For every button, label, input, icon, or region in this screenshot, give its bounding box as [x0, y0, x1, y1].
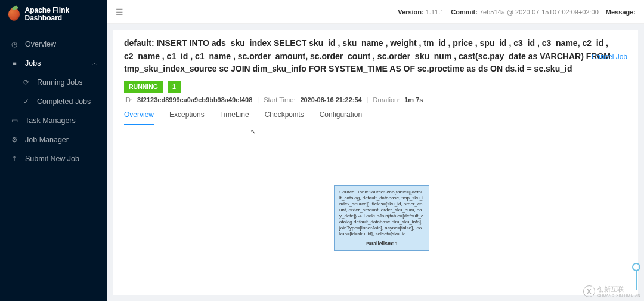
build-icon: ⚙ — [10, 136, 19, 144]
sidebar-item-job-manager[interactable]: ⚙ Job Manager — [0, 130, 107, 149]
topbar-info: Version: 1.11.1 Commit: 7eb514a @ 2020-0… — [398, 8, 636, 16]
operator-parallelism: Parallelism: 1 — [339, 241, 424, 247]
commit-label: Commit: — [451, 8, 478, 16]
message-label: Message: — [606, 8, 636, 16]
sidebar: Apache Flink Dashboard ◷ Overview ≡ Jobs… — [0, 0, 107, 301]
brand-title: Apache Flink Dashboard — [24, 7, 99, 22]
main: ☰ Version: 1.11.1 Commit: 7eb514a @ 2020… — [107, 0, 644, 301]
dashboard-icon: ◷ — [10, 40, 19, 48]
sidebar-item-label: Jobs — [25, 59, 92, 67]
commit-value: 7eb514a @ 2020-07-15T07:02:09+02:00 — [479, 8, 599, 16]
upload-icon: ⤒ — [10, 155, 19, 163]
sidebar-item-completed-jobs[interactable]: ✓ Completed Jobs — [0, 92, 107, 111]
job-meta: ID: 3f2123ed8999ca0a9eb9bb98a49cf408 | S… — [113, 95, 638, 107]
schedule-icon: ▭ — [10, 116, 19, 125]
duration-value: 1m 7s — [404, 96, 423, 103]
cancel-job-link[interactable]: Cancel Job — [592, 53, 627, 61]
sidebar-item-label: Submit New Job — [25, 155, 98, 163]
version-label: Version: — [398, 8, 423, 16]
sidebar-item-overview[interactable]: ◷ Overview — [0, 35, 107, 54]
check-circle-icon: ✓ — [21, 97, 31, 106]
tab-overview[interactable]: Overview — [124, 110, 154, 125]
watermark-sub: CHUANG XIN HU LIAN — [597, 294, 640, 297]
job-graph-canvas[interactable]: Source: TableSourceScan(table=[[default_… — [113, 125, 638, 295]
sidebar-menu: ◷ Overview ≡ Jobs ︿ ⟳ Running Jobs ✓ Com… — [0, 29, 107, 168]
sidebar-item-task-managers[interactable]: ▭ Task Managers — [0, 111, 107, 130]
job-card: default: INSERT INTO ads_sku_index SELEC… — [113, 30, 638, 295]
sidebar-item-jobs[interactable]: ≡ Jobs ︿ — [0, 54, 107, 73]
id-label: ID: — [124, 96, 132, 103]
sidebar-item-submit-job[interactable]: ⤒ Submit New Job — [0, 149, 107, 168]
job-title: default: INSERT INTO ads_sku_index SELEC… — [113, 30, 638, 81]
bars-icon: ≡ — [10, 59, 19, 67]
duration-label: Duration: — [373, 96, 400, 103]
sidebar-item-label: Running Jobs — [37, 78, 98, 87]
job-tabs: Overview Exceptions TimeLine Checkpoints… — [113, 107, 638, 125]
tab-checkpoints[interactable]: Checkpoints — [265, 110, 304, 125]
status-badge: RUNNING — [124, 81, 163, 93]
sidebar-item-label: Completed Jobs — [37, 97, 98, 106]
operator-node[interactable]: Source: TableSourceScan(table=[[default_… — [334, 185, 429, 251]
running-count-badge: 1 — [168, 81, 181, 93]
menu-fold-icon[interactable]: ☰ — [116, 7, 123, 17]
start-label: Start Time: — [264, 96, 295, 103]
sidebar-item-running-jobs[interactable]: ⟳ Running Jobs — [0, 73, 107, 92]
play-circle-icon: ⟳ — [21, 78, 31, 87]
watermark-text: 创新互联 — [597, 285, 640, 294]
flink-logo-icon — [8, 8, 20, 21]
tab-exceptions[interactable]: Exceptions — [169, 110, 205, 125]
tab-configuration[interactable]: Configuration — [320, 110, 362, 125]
watermark: X 创新互联 CHUANG XIN HU LIAN — [583, 285, 640, 297]
chevron-up-icon: ︿ — [92, 59, 98, 67]
sidebar-item-label: Overview — [25, 40, 98, 48]
job-badges: RUNNING 1 — [113, 81, 638, 95]
sidebar-item-label: Job Manager — [25, 136, 98, 144]
tab-timeline[interactable]: TimeLine — [220, 110, 249, 125]
start-time: 2020-08-16 21:22:54 — [300, 96, 361, 103]
sidebar-item-label: Task Managers — [25, 116, 98, 125]
watermark-icon: X — [583, 285, 595, 297]
scroll-indicator-icon — [632, 263, 640, 271]
version-value: 1.11.1 — [426, 8, 444, 16]
topbar: ☰ Version: 1.11.1 Commit: 7eb514a @ 2020… — [107, 0, 644, 24]
operator-description: Source: TableSourceScan(table=[[default_… — [339, 189, 424, 237]
job-id: 3f2123ed8999ca0a9eb9bb98a49cf408 — [137, 96, 252, 103]
brand: Apache Flink Dashboard — [0, 0, 107, 29]
